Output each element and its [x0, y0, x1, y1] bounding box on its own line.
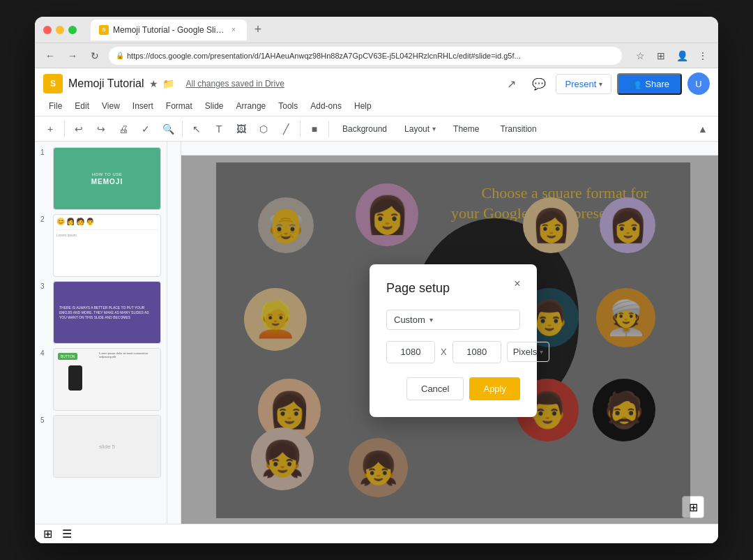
slide-num-1: 1 — [40, 149, 49, 156]
maximize-window-button[interactable] — [68, 26, 77, 34]
toolbar-image-button[interactable]: 🖼 — [231, 119, 251, 139]
toolbar-cursor-button[interactable]: ↖ — [187, 119, 206, 139]
extension-button[interactable]: ⊞ — [653, 47, 669, 64]
refresh-button[interactable]: ↻ — [86, 47, 103, 64]
format-select[interactable]: Custom ▾ — [386, 310, 520, 330]
forward-button[interactable]: → — [64, 47, 81, 64]
tab-close-button[interactable]: × — [229, 25, 238, 35]
toolbar-textbox-button[interactable]: T — [209, 119, 229, 139]
title-bar: S Memoji Tutorial - Google Slide... × + — [35, 17, 718, 43]
tab-bar: S Memoji Tutorial - Google Slide... × + — [91, 20, 710, 40]
toolbar-color-button[interactable]: ■ — [305, 119, 324, 139]
toolbar-print-button[interactable]: 🖨 — [114, 119, 133, 139]
star-icon[interactable]: ★ — [149, 78, 158, 89]
slide-preview-4[interactable]: BUTTON Lorem ipsum dolor sit amet consec… — [53, 348, 161, 411]
browser-controls: ☆ ⊞ 👤 ⋮ — [632, 47, 711, 64]
url-text: https://docs.google.com/presentation/d/1… — [127, 52, 615, 60]
toolbar-line-button[interactable]: ╱ — [276, 119, 296, 139]
lock-icon: 🔒 — [116, 52, 124, 59]
browser-tab[interactable]: S Memoji Tutorial - Google Slide... × — [91, 20, 247, 40]
slide-preview-1[interactable]: HOW TO USE MEMOJI — [53, 147, 161, 210]
unit-select[interactable]: Pixels ▾ — [507, 342, 550, 362]
toolbar-zoom-button[interactable]: 🔍 — [158, 119, 178, 139]
width-input[interactable] — [386, 341, 435, 363]
layout-chevron-icon: ▾ — [432, 125, 436, 133]
comment-icon-button[interactable]: 💬 — [528, 73, 550, 95]
logo-letter: S — [50, 79, 56, 89]
title-actions: ★ 📁 — [149, 78, 174, 89]
toolbar-separator-4 — [328, 121, 329, 137]
toolbar-add-button[interactable]: + — [40, 119, 60, 139]
app-title[interactable]: Memoji Tutorial — [68, 77, 144, 90]
trending-icon-button[interactable]: ↗ — [500, 73, 522, 95]
menu-addons[interactable]: Add-ons — [305, 99, 347, 113]
tab-title: Memoji Tutorial - Google Slide... — [113, 25, 225, 35]
slide-background: Choose a square format foryour Google Sl… — [216, 162, 690, 518]
back-button[interactable]: ← — [42, 47, 59, 64]
toolbar-redo-button[interactable]: ↪ — [91, 119, 111, 139]
editor-area: Choose a square format foryour Google Sl… — [167, 142, 718, 524]
menu-slide[interactable]: Slide — [199, 99, 229, 113]
slide-preview-3[interactable]: THERE IS ALWAYS A BETTER PLACE TO PUT YO… — [53, 281, 161, 344]
apply-button[interactable]: Apply — [469, 377, 520, 400]
close-window-button[interactable] — [43, 26, 52, 34]
menu-help[interactable]: Help — [349, 99, 377, 113]
page-setup-modal: Page setup × Custom ▾ — [370, 264, 537, 417]
ruler-horizontal — [167, 142, 718, 156]
autosave-text: All changes saved in Drive — [185, 79, 284, 89]
menu-file[interactable]: File — [43, 99, 68, 113]
url-bar[interactable]: 🔒 https://docs.google.com/presentation/d… — [109, 47, 622, 65]
grid-view-button[interactable]: ⊞ — [40, 527, 54, 541]
slide2-emojis: 😊 👩 🧑 👨 — [54, 215, 160, 228]
modal-title: Page setup — [386, 281, 520, 296]
slide-preview-2[interactable]: 😊 👩 🧑 👨 Lorem ipsum — [53, 214, 161, 277]
present-button[interactable]: Present ▾ — [556, 74, 611, 94]
menu-button[interactable]: ⋮ — [694, 47, 711, 64]
profile-button[interactable]: 👤 — [674, 47, 690, 64]
toolbar-shapes-button[interactable]: ⬡ — [254, 119, 273, 139]
folder-icon[interactable]: 📁 — [162, 78, 174, 89]
transition-button[interactable]: Transition — [491, 121, 545, 137]
toolbar-collapse-button[interactable]: ▲ — [693, 119, 713, 139]
slide-num-3: 3 — [40, 282, 49, 290]
unit-chevron-icon: ▾ — [540, 348, 543, 356]
theme-button[interactable]: Theme — [444, 121, 488, 137]
toolbar-separator-3 — [300, 121, 301, 137]
share-button[interactable]: 👥 Share — [617, 73, 682, 95]
slide-thumb-5[interactable]: 5 slide 5 — [40, 415, 161, 478]
menu-insert[interactable]: Insert — [127, 99, 159, 113]
toolbar-undo-button[interactable]: ↩ — [69, 119, 89, 139]
slide-thumb-3[interactable]: 3 THERE IS ALWAYS A BETTER PLACE TO PUT … — [40, 281, 161, 344]
background-button[interactable]: Background — [333, 121, 396, 137]
slide-thumb-2[interactable]: 2 😊 👩 🧑 👨 Lorem ipsum — [40, 214, 161, 277]
slide-preview-5[interactable]: slide 5 — [53, 415, 161, 478]
format-value: Custom — [394, 315, 425, 325]
slides-logo: S — [43, 74, 63, 93]
menu-tools[interactable]: Tools — [273, 99, 303, 113]
menu-format[interactable]: Format — [160, 99, 198, 113]
slide5-placeholder: slide 5 — [99, 444, 115, 450]
slide2-emoji-1: 😊 — [56, 218, 65, 225]
new-tab-button[interactable]: + — [250, 22, 266, 38]
slide4-phone — [68, 365, 82, 391]
menu-edit[interactable]: Edit — [69, 99, 95, 113]
height-input[interactable] — [452, 341, 501, 363]
menu-view[interactable]: View — [96, 99, 126, 113]
bookmark-button[interactable]: ☆ — [632, 47, 648, 64]
layout-button[interactable]: Layout ▾ — [399, 121, 441, 137]
slide-canvas: Choose a square format foryour Google Sl… — [216, 162, 690, 518]
cancel-button[interactable]: Cancel — [406, 377, 464, 400]
traffic-lights — [43, 26, 77, 34]
toolbar-separator-2 — [182, 121, 183, 137]
slide-thumb-1[interactable]: 1 HOW TO USE MEMOJI — [40, 147, 161, 210]
slide2-emoji-3: 🧑 — [76, 218, 84, 225]
bottom-left: ⊞ ☰ — [40, 527, 74, 541]
list-view-button[interactable]: ☰ — [60, 527, 74, 541]
minimize-window-button[interactable] — [56, 26, 64, 34]
slide2-text: Lorem ipsum — [54, 232, 160, 239]
toolbar-spellcheck-button[interactable]: ✓ — [136, 119, 155, 139]
modal-close-button[interactable]: × — [509, 275, 526, 292]
user-avatar[interactable]: U — [687, 73, 710, 95]
slide-thumb-4[interactable]: 4 BUTTON Lorem ipsum dolor sit amet cons… — [40, 348, 161, 411]
menu-arrange[interactable]: Arrange — [231, 99, 272, 113]
